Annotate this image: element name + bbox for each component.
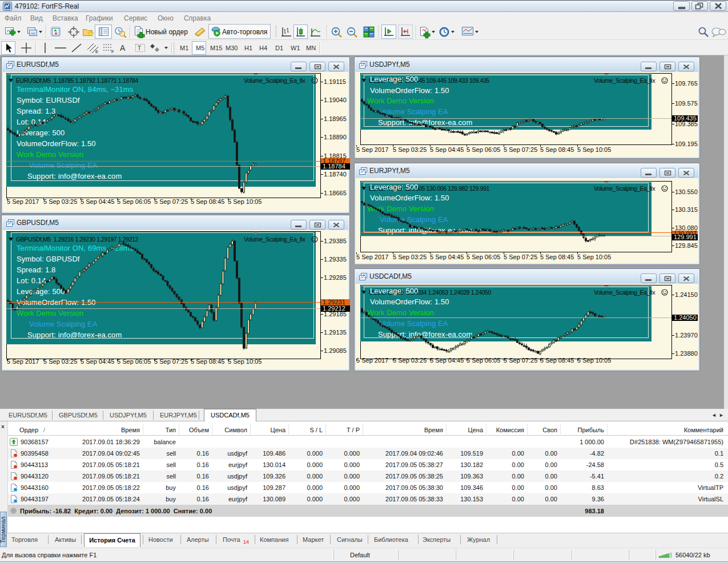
svg-text:T: T bbox=[138, 45, 141, 51]
svg-text:E: E bbox=[95, 49, 98, 54]
svg-text:F: F bbox=[111, 49, 114, 54]
